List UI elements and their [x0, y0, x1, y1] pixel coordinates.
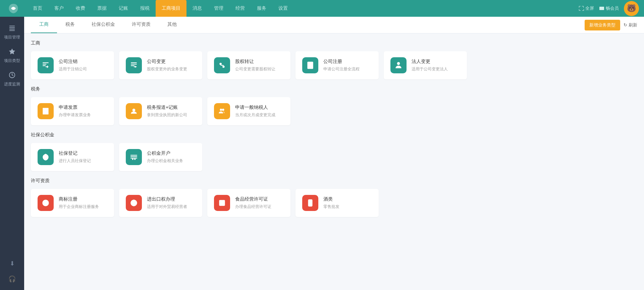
sidebar-label-project-type: 项目类型: [4, 58, 20, 64]
card-info-company-change: 公司变更 股权变更外的业务变更: [147, 59, 196, 72]
card-tax-accounting[interactable]: 税务报道+记账 拿到营业执照的新公司: [119, 97, 202, 125]
card-info-legal-change: 法人变更 适用于公司变更法人: [412, 59, 460, 72]
section-title-social: 社保公积金: [31, 132, 637, 138]
card-company-change[interactable]: 公司变更 股权变更外的业务变更: [119, 51, 202, 79]
svg-point-12: [220, 108, 222, 111]
tab-social-insurance[interactable]: 社保公积金: [83, 17, 123, 33]
sidebar-label-progress: 进度监测: [4, 81, 20, 87]
svg-rect-4: [9, 30, 15, 31]
icon-housing-fund: [126, 149, 142, 165]
nav-manage[interactable]: 管理: [208, 0, 229, 17]
membership-btn[interactable]: 畅会员: [599, 5, 619, 11]
nav-industry[interactable]: 工商项目: [156, 0, 186, 17]
tab-other[interactable]: 其他: [159, 17, 185, 33]
card-equity-transfer[interactable]: 股权转让 公司变更需要股权转让: [207, 51, 290, 79]
card-desc-company-register: 申请公司注册全流程: [323, 66, 372, 72]
card-info-liquor: 酒类 零售批发: [323, 196, 372, 210]
cards-grid-industry: 公司注销 适用于注销公司 公司变更 股权变更外的业务变更: [31, 51, 637, 79]
card-desc-housing-fund: 办理公积金相关业务: [147, 158, 196, 164]
icon-company-register: [302, 57, 318, 73]
sidebar: 项目管理 项目类型 进度监测 ⬇ 🎧: [0, 17, 24, 290]
tab-permit[interactable]: 许可资质: [123, 17, 159, 33]
card-info-company-cancel: 公司注销 适用于注销公司: [59, 59, 107, 72]
card-desc-food-permit: 办理食品经营许可证: [235, 204, 284, 210]
logo: [3, 2, 23, 14]
card-company-register[interactable]: 公司注册 申请公司注册全流程: [296, 51, 379, 79]
card-title-social-insurance: 社保登记: [59, 150, 107, 156]
card-title-tax-accounting: 税务报道+记账: [147, 104, 196, 111]
icon-company-cancel: [38, 57, 54, 73]
icon-tax-accounting: [126, 103, 142, 119]
download-icon[interactable]: ⬇: [6, 258, 18, 270]
main-layout: 项目管理 项目类型 进度监测 ⬇ 🎧 工商 税务 社保公积金 许可资质 其他: [0, 17, 644, 290]
cards-grid-tax: 申请发票 办理申请发票业务 税务报道+记账 拿到营业执照的新公司: [31, 97, 637, 125]
svg-point-13: [222, 108, 224, 111]
nav-account[interactable]: 记账: [113, 0, 134, 17]
nav-message[interactable]: 消息: [186, 0, 208, 17]
card-title-housing-fund: 公积金开户: [147, 150, 196, 156]
card-housing-fund[interactable]: 公积金开户 办理公积金相关业务: [119, 143, 202, 171]
nav-bill[interactable]: 票据: [91, 0, 113, 17]
card-company-cancel[interactable]: 公司注销 适用于注销公司: [31, 51, 114, 79]
card-title-import-export: 进出口权办理: [147, 196, 196, 202]
card-title-liquor: 酒类: [323, 196, 372, 202]
card-legal-change[interactable]: 法人变更 适用于公司变更法人: [384, 51, 467, 79]
svg-rect-22: [219, 200, 225, 206]
svg-rect-1: [9, 26, 15, 26]
card-info-import-export: 进出口权办理 适用于对外贸易经营者: [147, 196, 196, 210]
mascot-avatar[interactable]: 🐻: [624, 1, 639, 16]
section-title-tax: 税务: [31, 86, 637, 92]
new-type-button[interactable]: 新增业务类型: [585, 20, 620, 30]
card-info-tax-accounting: 税务报道+记账 拿到营业执照的新公司: [147, 104, 196, 118]
card-desc-equity-transfer: 公司变更需要股权转让: [235, 66, 284, 72]
svg-point-11: [132, 108, 136, 112]
card-food-permit[interactable]: 食品经营许可证 办理食品经营许可证: [207, 189, 290, 217]
card-social-insurance[interactable]: 社保登记 进行人员社保登记: [31, 143, 114, 171]
svg-rect-25: [309, 202, 312, 203]
headset-icon[interactable]: 🎧: [6, 273, 18, 285]
nav-fee[interactable]: 收费: [70, 0, 91, 17]
nav-settings[interactable]: 设置: [272, 0, 294, 17]
card-desc-liquor: 零售批发: [323, 204, 372, 210]
nav-home[interactable]: 首页: [27, 0, 48, 17]
card-title-invoice: 申请发票: [59, 104, 107, 111]
svg-text:®: ®: [44, 201, 48, 206]
svg-rect-14: [130, 155, 137, 156]
card-desc-invoice: 办理申请发票业务: [59, 112, 107, 118]
card-info-equity-transfer: 股权转让 公司变更需要股权转让: [235, 59, 284, 72]
svg-point-6: [219, 63, 222, 65]
icon-company-change: [126, 57, 142, 73]
nav-service[interactable]: 服务: [251, 0, 272, 17]
card-import-export[interactable]: 进出口权办理 适用于对外贸易经营者: [119, 189, 202, 217]
card-desc-legal-change: 适用于公司变更法人: [412, 66, 460, 72]
refresh-button[interactable]: ↻ 刷新: [624, 22, 637, 28]
nav-tax[interactable]: 报税: [134, 0, 156, 17]
card-info-food-permit: 食品经营许可证 办理食品经营许可证: [235, 196, 284, 210]
chart-icon: [7, 70, 17, 80]
icon-equity-transfer: [214, 57, 230, 73]
nav-customer[interactable]: 客户: [48, 0, 70, 17]
svg-rect-0: [599, 7, 604, 10]
card-info-company-register: 公司注册 申请公司注册全流程: [323, 59, 372, 72]
svg-point-17: [132, 158, 133, 160]
svg-point-18: [134, 158, 136, 160]
star-icon: [7, 47, 17, 56]
nav-operate[interactable]: 经营: [229, 0, 251, 17]
sidebar-item-progress[interactable]: 进度监测: [0, 67, 24, 90]
tab-tax[interactable]: 税务: [57, 17, 83, 33]
scroll-content[interactable]: 工商 公司注销 适用于注销公司 公司变更: [24, 33, 644, 290]
card-liquor[interactable]: 酒类 零售批发: [296, 189, 379, 217]
card-desc-social-insurance: 进行人员社保登记: [59, 158, 107, 164]
sidebar-item-project-type[interactable]: 项目类型: [0, 44, 24, 67]
top-nav: 首页 客户 收费 票据 记账 报税 工商项目 消息 管理 经营 服务 设置 全屏…: [0, 0, 644, 17]
tab-industry[interactable]: 工商: [31, 17, 57, 33]
fullscreen-btn[interactable]: 全屏: [579, 5, 594, 11]
card-general-taxpayer[interactable]: 申请一般纳税人 当月或次月成变更完成: [207, 97, 290, 125]
card-title-general-taxpayer: 申请一般纳税人: [235, 104, 284, 111]
icon-general-taxpayer: [214, 103, 230, 119]
svg-rect-15: [130, 156, 137, 157]
card-trademark[interactable]: ® 商标注册 用于企业商标注册服务: [31, 189, 114, 217]
sidebar-item-project-management[interactable]: 项目管理: [0, 20, 24, 44]
card-info-general-taxpayer: 申请一般纳税人 当月或次月成变更完成: [235, 104, 284, 118]
card-invoice[interactable]: 申请发票 办理申请发票业务: [31, 97, 114, 125]
